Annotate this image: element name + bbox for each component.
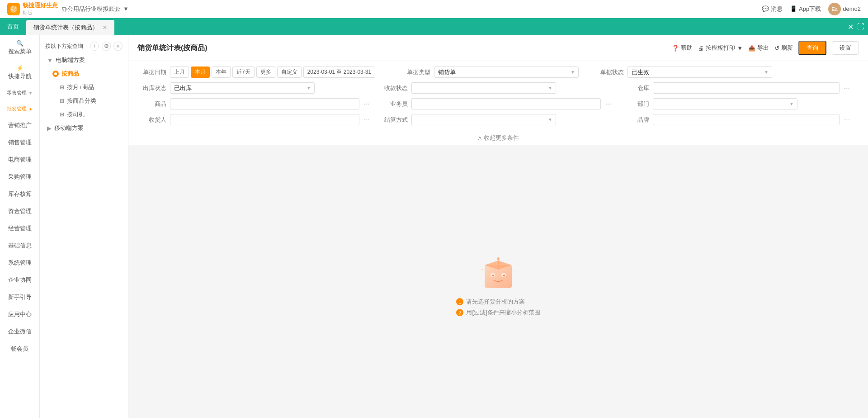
- collapse-panel-btn[interactable]: «: [113, 42, 123, 51]
- tree-expand-icon: ▼: [47, 57, 53, 64]
- tab-close-btn[interactable]: ✕: [103, 24, 107, 31]
- tab-report[interactable]: 销货单统计表（按商品） ✕: [26, 20, 114, 35]
- user-profile[interactable]: Ea demo2: [828, 3, 861, 15]
- query-btn[interactable]: 查询: [798, 41, 826, 55]
- empty-tips: 1 请先选择要分析的方案 2 用[过滤]条件来缩小分析范围: [456, 298, 540, 317]
- warehouse-control: ···: [653, 82, 852, 94]
- page-header-top: 销货单统计表(按商品) ❓ 帮助 🖨 按模板打印 ▼ 📤: [137, 41, 859, 55]
- salesperson-input[interactable]: [411, 98, 601, 109]
- page-title: 销货单统计表(按商品): [137, 43, 208, 53]
- payment-select[interactable]: [411, 114, 556, 125]
- empty-tip-1-text: 请先选择要分析的方案: [466, 298, 525, 306]
- more-date-btn[interactable]: 更多: [256, 66, 275, 78]
- brand-label: 品牌: [620, 116, 653, 124]
- current-year-btn[interactable]: 本年: [212, 66, 231, 78]
- refresh-icon: ↺: [774, 45, 779, 52]
- sidebar-quick-nav[interactable]: ⚡ 快捷导航: [0, 60, 39, 85]
- payment-control: ▼: [411, 114, 613, 125]
- doc-type-select[interactable]: 销货单: [434, 66, 579, 78]
- doc-status-select-wrapper[interactable]: 已生效 ▼: [627, 66, 772, 78]
- dept-select[interactable]: [653, 98, 797, 109]
- payment-select-wrapper[interactable]: ▼: [411, 114, 556, 125]
- last-month-btn[interactable]: 上月: [170, 66, 189, 78]
- sidebar-item-basic[interactable]: 基础信息: [0, 237, 39, 254]
- industry-selector[interactable]: 办公用品行业模拟账套 ▼: [61, 5, 129, 13]
- empty-tip-2-text: 用[过滤]条件来缩小分析范围: [466, 309, 540, 317]
- sidebar-item-wechat[interactable]: 企业微信: [0, 323, 39, 340]
- sidebar-item-newbie[interactable]: 新手引导: [0, 289, 39, 306]
- sidebar-item-inventory[interactable]: 库存核算: [0, 185, 39, 203]
- logo-icon: 好: [7, 3, 20, 15]
- sidebar-item-finance[interactable]: 资金管理: [0, 203, 39, 220]
- pay-status-label: 收款状态: [379, 84, 411, 92]
- out-status-select-wrapper[interactable]: 已出库 ▼: [170, 82, 315, 94]
- dept-select-wrapper[interactable]: ▼: [653, 98, 797, 109]
- doc-type-select-wrapper[interactable]: 销货单 ▼: [434, 66, 579, 78]
- refresh-btn[interactable]: ↺ 刷新: [774, 44, 793, 52]
- sidebar-item-sales[interactable]: 销售管理: [0, 134, 39, 151]
- collapse-bar[interactable]: ∧ 收起更多条件: [128, 131, 868, 145]
- out-status-select[interactable]: 已出库: [170, 82, 315, 94]
- sidebar-item-member[interactable]: 畅会员: [0, 340, 39, 357]
- pay-status-select-wrapper[interactable]: ▼: [411, 82, 556, 94]
- add-scheme-btn[interactable]: +: [90, 42, 99, 51]
- sidebar-item-ecommerce[interactable]: 电商管理: [0, 151, 39, 168]
- mobile-icon: 📱: [790, 5, 797, 12]
- sidebar-item-wholesale[interactable]: 批发管理 ▲: [0, 101, 39, 117]
- industry-label: 办公用品行业模拟账套: [61, 5, 120, 13]
- sidebar-item-retail[interactable]: 零售管理 ▼: [0, 85, 39, 101]
- settings-btn[interactable]: 设置: [832, 41, 859, 55]
- salesperson-label: 业务员: [379, 100, 411, 108]
- brand-dots-btn[interactable]: ···: [842, 116, 852, 124]
- tab-fullscreen-btn[interactable]: ⛶: [857, 23, 864, 31]
- tree-item-by-month-product[interactable]: ⊞ 按月+商品: [40, 81, 128, 94]
- left-panel-header: 按以下方案查询 + ⚙ «: [40, 39, 128, 53]
- doc-status-select[interactable]: 已生效: [627, 66, 772, 78]
- salesperson-control: ···: [411, 98, 613, 109]
- tab-close-window-btn[interactable]: ✕: [848, 23, 854, 31]
- sidebar-item-marketing[interactable]: 营销推广: [0, 117, 39, 134]
- print-arrow-icon: ▼: [737, 45, 743, 52]
- message-btn[interactable]: 💬 消息: [762, 5, 783, 13]
- product-dots-btn[interactable]: ···: [362, 100, 372, 108]
- current-month-btn[interactable]: 本月: [191, 66, 210, 78]
- export-btn[interactable]: 📤 导出: [748, 44, 769, 52]
- sidebar: 🔍 搜索菜单 ⚡ 快捷导航 零售管理 ▼ 批发管理 ▲ 营销推广 销售管理 电商…: [0, 35, 40, 418]
- receiver-dots-btn[interactable]: ···: [362, 116, 372, 124]
- salesperson-dots-btn[interactable]: ···: [604, 100, 613, 108]
- scheme-settings-btn[interactable]: ⚙: [102, 42, 111, 51]
- pay-status-select[interactable]: [411, 82, 556, 94]
- sidebar-item-apps[interactable]: 应用中心: [0, 306, 39, 323]
- product-input[interactable]: [170, 98, 359, 109]
- last-7-days-btn[interactable]: 近7天: [232, 66, 255, 78]
- help-btn[interactable]: ❓ 帮助: [672, 44, 693, 52]
- sidebar-search[interactable]: 🔍 搜索菜单: [0, 35, 39, 60]
- right-panel: 销货单统计表(按商品) ❓ 帮助 🖨 按模板打印 ▼ 📤: [128, 35, 868, 418]
- brand-input[interactable]: [653, 114, 840, 125]
- app-download-btn[interactable]: 📱 App下载: [790, 5, 821, 13]
- sidebar-item-purchase[interactable]: 采购管理: [0, 168, 39, 185]
- receiver-label: 收货人: [137, 116, 170, 124]
- tree-mobile-schemes[interactable]: ▶ 移动端方案: [40, 121, 128, 135]
- dropdown-icon[interactable]: ▼: [123, 5, 129, 12]
- tab-home[interactable]: 首页: [0, 18, 26, 35]
- tree-item-by-category[interactable]: ⊞ 按商品分类: [40, 94, 128, 108]
- custom-date-btn[interactable]: 自定义: [277, 66, 302, 78]
- logo-text: 畅捷通好生意 标版: [23, 1, 58, 16]
- warehouse-dots-btn[interactable]: ···: [842, 84, 852, 92]
- top-bar-left: 好 畅捷通好生意 标版 办公用品行业模拟账套 ▼: [7, 1, 129, 16]
- sidebar-item-enterprise[interactable]: 企业协同: [0, 271, 39, 289]
- template-print-btn[interactable]: 🖨 按模板打印 ▼: [698, 44, 743, 52]
- empty-illustration: [476, 247, 521, 292]
- doc-status-control: 已生效 ▼: [627, 66, 852, 78]
- filter-row-4: 收货人 ··· 结算方式 ▼ 品牌: [137, 114, 859, 125]
- scheme-grid2-icon: ⊞: [60, 98, 64, 104]
- sidebar-item-operation[interactable]: 经营管理: [0, 220, 39, 237]
- receiver-input[interactable]: [170, 114, 359, 125]
- tree-item-by-machine[interactable]: ⊞ 按司机: [40, 108, 128, 121]
- warehouse-input[interactable]: [653, 82, 840, 94]
- tree-item-by-product[interactable]: 按商品: [40, 67, 128, 81]
- sidebar-search-label: 搜索菜单: [8, 48, 32, 56]
- tree-pc-schemes[interactable]: ▼ 电脑端方案: [40, 53, 128, 67]
- sidebar-item-system[interactable]: 系统管理: [0, 254, 39, 271]
